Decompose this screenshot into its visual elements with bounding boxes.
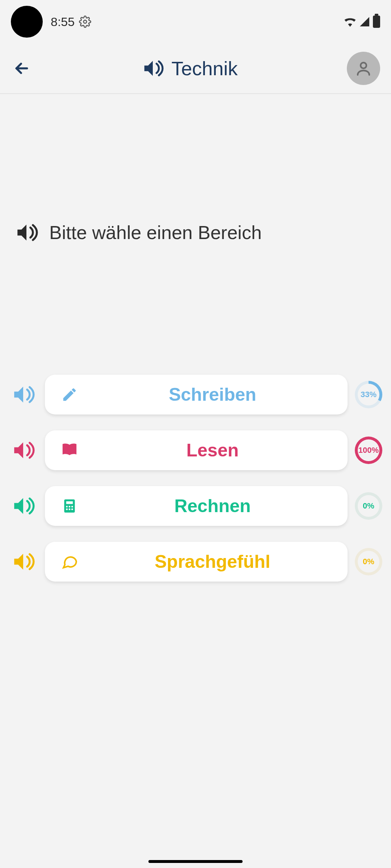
svg-point-9	[69, 509, 71, 510]
svg-point-5	[66, 506, 68, 507]
status-bar: 8:55	[0, 0, 391, 43]
category-label: Rechnen	[92, 495, 333, 516]
back-button[interactable]	[11, 58, 33, 79]
calculator-icon	[59, 496, 80, 516]
category-card-sprachgefuehl[interactable]: Sprachgefühl	[45, 542, 348, 582]
svg-rect-4	[66, 501, 73, 504]
prompt-text: Bitte wähle einen Bereich	[49, 222, 262, 243]
page-title: Technik	[171, 57, 237, 80]
progress-lesen: 100%	[355, 437, 382, 464]
speaker-icon[interactable]	[142, 57, 164, 80]
svg-point-6	[69, 506, 71, 507]
signal-icon	[360, 17, 369, 26]
svg-point-10	[71, 509, 73, 510]
gear-icon	[79, 16, 91, 28]
profile-button[interactable]	[347, 52, 380, 85]
category-row-rechnen: Rechnen 0%	[9, 486, 382, 526]
status-avatar	[11, 6, 43, 38]
speak-sprachgefuehl-button[interactable]	[9, 547, 38, 576]
home-indicator	[148, 860, 243, 863]
app-header: Technik	[0, 43, 391, 94]
svg-point-8	[66, 509, 68, 510]
category-card-schreiben[interactable]: Schreiben	[45, 375, 348, 414]
svg-point-0	[84, 20, 87, 24]
pencil-icon	[59, 384, 80, 405]
category-label: Sprachgefühl	[92, 551, 333, 572]
category-label: Lesen	[92, 440, 333, 461]
svg-point-7	[71, 506, 73, 507]
progress-rechnen: 0%	[355, 492, 382, 520]
battery-icon	[373, 16, 380, 28]
speaker-icon[interactable]	[14, 221, 38, 244]
category-row-sprachgefuehl: Sprachgefühl 0%	[9, 542, 382, 582]
svg-point-2	[361, 63, 366, 68]
prompt-row: Bitte wähle einen Bereich	[0, 221, 391, 244]
category-label: Schreiben	[92, 384, 333, 405]
speak-rechnen-button[interactable]	[9, 492, 38, 520]
speak-lesen-button[interactable]	[9, 436, 38, 465]
progress-schreiben: 33%	[355, 381, 382, 408]
chat-icon	[59, 552, 80, 572]
status-clock: 8:55	[51, 15, 75, 29]
category-card-lesen[interactable]: Lesen	[45, 430, 348, 470]
progress-sprachgefuehl: 0%	[355, 548, 382, 575]
category-row-schreiben: Schreiben 33%	[9, 375, 382, 414]
category-list: Schreiben 33% Lesen 100%	[0, 375, 391, 582]
book-icon	[59, 440, 80, 460]
category-card-rechnen[interactable]: Rechnen	[45, 486, 348, 526]
category-row-lesen: Lesen 100%	[9, 430, 382, 470]
speak-schreiben-button[interactable]	[9, 380, 38, 409]
wifi-icon	[344, 17, 356, 27]
